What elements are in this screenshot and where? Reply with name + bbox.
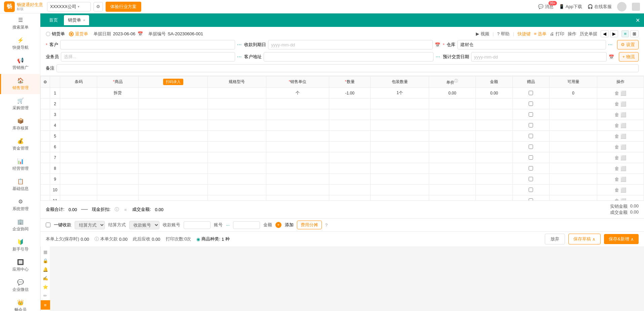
dots-icon[interactable]: ··· [226, 223, 230, 228]
warehouse-select-icon[interactable]: ··· [608, 42, 612, 48]
cell-barcode[interactable] [60, 142, 97, 152]
cell-product[interactable]: 拆货 [97, 88, 138, 99]
cell-gift[interactable] [513, 131, 550, 142]
delete-row-button[interactable]: 🗑 [614, 112, 619, 117]
cell-product[interactable] [97, 163, 138, 174]
sidebar-item-finance[interactable]: 💰 资金管理 [0, 134, 40, 155]
cell-spec[interactable] [207, 185, 266, 195]
grid-view-button[interactable]: ⊞ [630, 30, 639, 37]
trial-button[interactable]: 体验行业方案 [106, 2, 141, 12]
customer-addr-select-icon[interactable]: ··· [435, 54, 440, 60]
cell-amount[interactable] [476, 131, 513, 142]
cell-amount[interactable] [476, 163, 513, 174]
cell-pkgqty[interactable] [371, 152, 429, 163]
cell-qty[interactable] [329, 109, 371, 120]
cell-unit[interactable] [266, 131, 329, 142]
sidebar-item-operations[interactable]: 📊 经营管理 [0, 155, 40, 175]
save-new-button[interactable]: 保存&新增 ∧ [604, 234, 639, 244]
cell-spec[interactable] [207, 99, 266, 109]
payment-method-select[interactable]: 结算方式 [75, 221, 105, 229]
rs-btn-4[interactable]: ✍ [41, 274, 49, 282]
cell-pkgqty[interactable] [371, 163, 429, 174]
cell-qty[interactable] [329, 163, 371, 174]
cell-pkgqty[interactable] [371, 142, 429, 152]
radio-return[interactable]: 退货单 [69, 31, 88, 37]
customer-addr-input[interactable] [264, 52, 433, 62]
cell-barcode[interactable] [60, 152, 97, 163]
gift-checkbox[interactable] [529, 155, 533, 160]
gift-checkbox[interactable] [529, 177, 533, 181]
cell-amount[interactable] [476, 120, 513, 131]
rs-btn-1[interactable]: ▦ [41, 248, 49, 256]
cell-unit[interactable]: 个 [266, 88, 329, 99]
gift-checkbox[interactable] [529, 188, 533, 192]
cell-qty[interactable] [329, 142, 371, 152]
cell-gift[interactable] [513, 142, 550, 152]
cell-barcode[interactable] [60, 88, 97, 99]
sidebar-item-marketing[interactable]: 📢 营销推广 [0, 54, 40, 74]
cell-amount[interactable] [476, 152, 513, 163]
tab-close-all-icon[interactable]: ✕ [636, 17, 640, 24]
cell-pkgqty[interactable] [371, 131, 429, 142]
customer-select-icon[interactable]: ··· [237, 42, 241, 48]
cell-price[interactable] [429, 109, 476, 120]
product-type-icon[interactable]: ◉ [196, 237, 200, 242]
cell-product[interactable] [97, 152, 138, 163]
sidebar-item-apps[interactable]: 🔲 应用中心 [0, 256, 40, 276]
cell-spec[interactable] [207, 152, 266, 163]
expense-button[interactable]: 费用分摊 [297, 221, 322, 229]
cell-qty[interactable] [329, 131, 371, 142]
cell-gift[interactable] [513, 152, 550, 163]
cell-qty[interactable] [329, 152, 371, 163]
rs-btn-bottom[interactable]: ≡ [41, 300, 50, 310]
tab-sales-order[interactable]: 销货单 × [64, 15, 89, 25]
customer-input[interactable] [60, 40, 235, 49]
cell-amount[interactable] [476, 174, 513, 185]
prev-button[interactable]: ◀ [601, 30, 609, 37]
note-input[interactable] [56, 64, 639, 72]
notifications-button[interactable]: 💬 消息 99+ [538, 4, 554, 10]
cell-product[interactable] [97, 120, 138, 131]
cell-pkgqty[interactable] [371, 99, 429, 109]
cell-pkgqty[interactable] [371, 185, 429, 195]
gift-checkbox[interactable] [529, 123, 533, 127]
history-action[interactable]: 历史单据 [580, 31, 597, 37]
sidebar-item-purchase[interactable]: 🛒 采购管理 [0, 94, 40, 114]
copy-row-button[interactable]: ⬜ [620, 187, 626, 193]
select-action[interactable]: ≡ 选单 [534, 31, 547, 37]
cell-unit[interactable] [266, 109, 329, 120]
gift-checkbox[interactable] [529, 134, 533, 138]
cell-barcode[interactable] [60, 163, 97, 174]
cell-price[interactable] [429, 99, 476, 109]
cell-spec[interactable] [207, 195, 266, 201]
rs-btn-6[interactable]: ✏ [41, 291, 49, 300]
delete-row-button[interactable]: 🗑 [614, 166, 619, 171]
tab-home[interactable]: 首页 [44, 15, 63, 25]
delete-row-button[interactable]: 🗑 [614, 198, 619, 201]
copy-row-button[interactable]: ⬜ [620, 166, 626, 171]
scan-button[interactable]: 扫码录入 [163, 79, 183, 85]
expected-date-calendar-icon[interactable]: 📅 [609, 54, 614, 60]
sidebar-item-wechat[interactable]: 💬 企业微信 [0, 276, 40, 296]
due-date-calendar-icon[interactable]: 📅 [435, 42, 440, 47]
cell-unit[interactable] [266, 174, 329, 185]
avatar[interactable] [617, 2, 627, 11]
delete-row-button[interactable]: 🗑 [614, 101, 619, 107]
cell-spec[interactable] [207, 131, 266, 142]
profile-button[interactable] [632, 3, 640, 11]
cell-unit[interactable] [266, 120, 329, 131]
gift-checkbox[interactable] [529, 102, 533, 106]
cell-pkgqty[interactable]: 1个 [371, 88, 429, 99]
cell-amount[interactable] [476, 99, 513, 109]
account-no-input[interactable] [184, 221, 211, 229]
payment-help-icon[interactable]: ? [325, 223, 328, 228]
copy-row-button[interactable]: ⬜ [620, 155, 626, 160]
delete-row-button[interactable]: 🗑 [614, 144, 619, 150]
cell-product[interactable] [97, 195, 138, 201]
cell-price[interactable] [429, 174, 476, 185]
delete-row-button[interactable]: 🗑 [614, 155, 619, 160]
cell-spec[interactable] [207, 120, 266, 131]
cell-amount[interactable] [476, 185, 513, 195]
cell-gift[interactable] [513, 88, 550, 99]
copy-row-button[interactable]: ⬜ [620, 112, 626, 117]
